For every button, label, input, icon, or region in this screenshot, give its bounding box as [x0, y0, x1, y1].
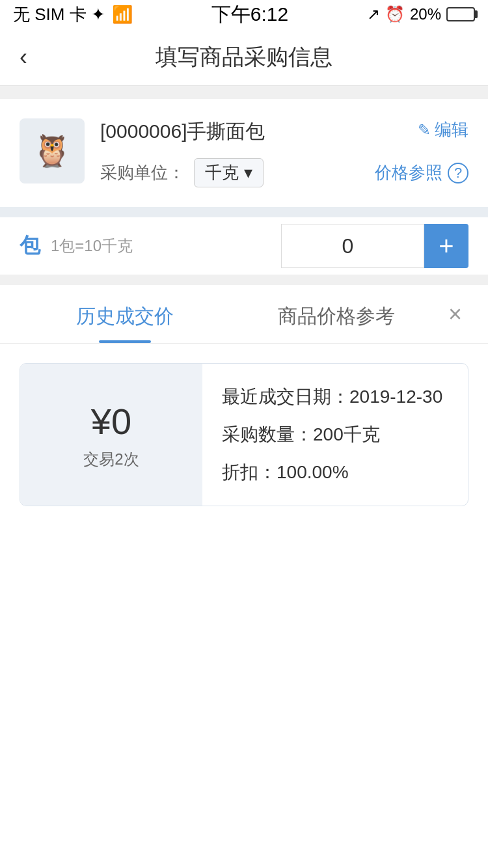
product-thumb-icon: 🦉: [33, 133, 72, 169]
discount-label: 折扣：: [222, 462, 277, 482]
tab-product-price-ref[interactable]: 商品价格参考: [230, 285, 441, 343]
battery-percent: 20%: [410, 5, 441, 23]
edit-icon: ✎: [418, 121, 431, 139]
price-card-right: 最近成交日期：2019-12-30 采购数量：200千克 折扣：100.00%: [202, 364, 468, 506]
price-ref-button[interactable]: 价格参照 ?: [375, 161, 468, 184]
product-name: [0000006]手撕面包: [100, 118, 265, 145]
date-label: 最近成交日期：: [222, 387, 349, 407]
unit-select[interactable]: 千克 ▾: [194, 158, 264, 187]
product-thumbnail: 🦉: [20, 118, 85, 183]
edit-button[interactable]: ✎ 编辑: [418, 118, 468, 141]
price-detail-date: 最近成交日期：2019-12-30: [222, 383, 448, 411]
direction-icon: ↗: [367, 5, 380, 23]
help-icon: ?: [448, 163, 468, 183]
page-title: 填写商品采购信息: [156, 42, 332, 72]
product-unit-row: 采购单位： 千克 ▾ 价格参照 ?: [100, 158, 468, 187]
product-header: [0000006]手撕面包 ✎ 编辑: [100, 118, 468, 145]
price-detail-qty: 采购数量：200千克: [222, 421, 448, 448]
price-card: ¥0 交易2次 最近成交日期：2019-12-30 采购数量：200千克 折扣：…: [20, 363, 468, 506]
tab-close-button[interactable]: ×: [442, 294, 468, 334]
quantity-input-group: +: [281, 224, 468, 268]
price-ref-label: 价格参照: [375, 161, 442, 184]
discount-value: 100.00%: [277, 462, 349, 482]
quantity-plus-button[interactable]: +: [424, 224, 468, 268]
date-value: 2019-12-30: [349, 387, 442, 407]
qty-value: 200千克: [313, 424, 380, 444]
status-time: 下午6:12: [211, 1, 288, 28]
tab-history-price[interactable]: 历史成交价: [20, 285, 230, 343]
tab-history-label: 历史成交价: [76, 305, 174, 327]
unit-section: 采购单位： 千克 ▾: [100, 158, 264, 187]
price-ref-content: ¥0 交易2次 最近成交日期：2019-12-30 采购数量：200千克 折扣：…: [0, 344, 488, 526]
tab-product-price-ref-label: 商品价格参考: [278, 305, 395, 327]
battery-icon: [446, 7, 475, 21]
bottom-area: [0, 526, 488, 868]
status-left: 无 SIM 卡 ✦ 📶: [13, 3, 133, 26]
status-bar: 无 SIM 卡 ✦ 📶 下午6:12 ↗ ⏰ 20%: [0, 0, 488, 29]
tabs-container: 历史成交价 商品价格参考 ×: [0, 285, 488, 344]
qty-label: 采购数量：: [222, 424, 313, 444]
wifi-icon: 📶: [112, 5, 133, 25]
unit-label: 采购单位：: [100, 163, 185, 182]
alarm-icon: ⏰: [385, 5, 405, 23]
price-card-left: ¥0 交易2次: [20, 364, 202, 506]
price-trades: 交易2次: [83, 449, 139, 470]
back-button[interactable]: ‹: [20, 44, 27, 71]
price-amount: ¥0: [91, 400, 131, 442]
price-detail-discount: 折扣：100.00%: [222, 459, 448, 486]
product-info: [0000006]手撕面包 ✎ 编辑 采购单位： 千克 ▾ 价格参照 ?: [100, 118, 468, 187]
unit-conversion: 1包=10千克: [51, 236, 133, 256]
quantity-unit-info: 包 1包=10千克: [20, 232, 133, 260]
unit-value: 千克: [205, 161, 239, 184]
quantity-input[interactable]: [281, 224, 424, 268]
status-right: ↗ ⏰ 20%: [367, 5, 475, 23]
sim-status: 无 SIM 卡 ✦: [13, 3, 105, 26]
quantity-row: 包 1包=10千克 +: [0, 217, 488, 275]
quantity-unit-badge: 包: [20, 232, 40, 260]
product-card: 🦉 [0000006]手撕面包 ✎ 编辑 采购单位： 千克 ▾ 价格参照 ?: [0, 99, 488, 207]
edit-label: 编辑: [435, 118, 468, 141]
nav-bar: ‹ 填写商品采购信息: [0, 29, 488, 86]
section-divider: [0, 207, 488, 217]
chevron-down-icon: ▾: [244, 163, 252, 183]
